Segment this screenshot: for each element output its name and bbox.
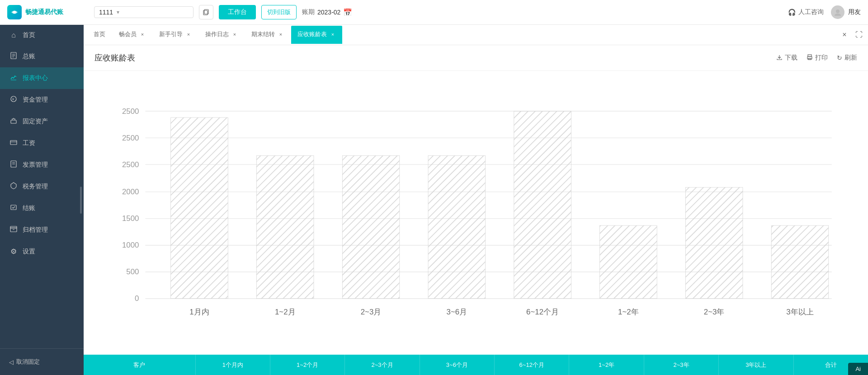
svg-point-3: [836, 9, 840, 13]
funds-icon: ¥: [9, 95, 18, 104]
sidebar-item-label: 报表中心: [23, 74, 48, 82]
sidebar-item-label: 资金管理: [23, 96, 48, 104]
tab-ar-aging[interactable]: 应收账龄表 ×: [291, 26, 342, 44]
col-label: 6~12个月: [519, 361, 544, 369]
tab-close-member[interactable]: ×: [139, 31, 146, 38]
tab-label: 畅会员: [119, 30, 137, 38]
chart-container: 2500 2500 2500 2000 1500 1000 500 0: [84, 71, 868, 355]
svg-rect-45: [342, 155, 400, 298]
svg-text:2500: 2500: [122, 134, 139, 142]
svg-point-0: [13, 11, 16, 14]
svg-rect-46: [428, 155, 486, 298]
tab-guide[interactable]: 新手引导 ×: [153, 26, 198, 44]
table-col-2-3y: 2~3年: [644, 355, 719, 375]
headset-icon: 🎧: [788, 9, 796, 16]
closing-icon: [9, 204, 18, 213]
copy-button[interactable]: [199, 5, 213, 19]
svg-rect-43: [171, 117, 228, 299]
sidebar-item-label: 工资: [23, 139, 35, 147]
tab-close-period-end[interactable]: ×: [278, 31, 284, 38]
table-col-6-12m: 6~12个月: [495, 355, 569, 375]
period-label: 账期: [302, 8, 315, 16]
ai-floating-badge[interactable]: Ai: [848, 363, 868, 375]
sidebar-item-salary[interactable]: 工资: [0, 132, 84, 154]
user-area[interactable]: 用友: [831, 5, 861, 19]
tab-label: 操作日志: [205, 30, 229, 38]
workbench-button[interactable]: 工作台: [219, 5, 256, 19]
cancel-fixed-button[interactable]: ◁ 取消固定: [0, 353, 84, 370]
svg-text:1~2年: 1~2年: [618, 308, 639, 316]
tab-home[interactable]: 首页: [87, 26, 112, 44]
sidebar-item-assets[interactable]: 固定资产: [0, 111, 84, 132]
sidebar-item-label: 设置: [23, 248, 35, 256]
print-icon: [807, 54, 813, 62]
sidebar-bottom: ◁ 取消固定: [0, 348, 84, 375]
svg-text:1000: 1000: [122, 241, 139, 249]
col-label: 客户: [133, 361, 145, 369]
consult-label: 人工咨询: [798, 8, 824, 16]
sidebar: ⌂ 首页 总账 报表中心: [0, 25, 84, 375]
tab-close-guide[interactable]: ×: [185, 31, 192, 38]
svg-rect-13: [10, 141, 17, 145]
svg-rect-11: [11, 120, 16, 123]
col-label: 2~3个月: [371, 361, 393, 369]
bar-chart: 2500 2500 2500 2000 1500 1000 500 0: [94, 78, 857, 347]
logo-text: 畅捷通易代账: [25, 8, 63, 16]
download-icon: [776, 54, 783, 62]
col-label: 1~2个月: [297, 361, 318, 369]
sidebar-item-settings[interactable]: ⚙ 设置: [0, 241, 84, 262]
user-name: 用友: [848, 8, 861, 16]
table-col-customer: 客户: [84, 355, 196, 375]
print-button[interactable]: 打印: [807, 54, 828, 62]
sidebar-item-home[interactable]: ⌂ 首页: [0, 25, 84, 46]
tab-log[interactable]: 操作日志 ×: [199, 26, 244, 44]
svg-text:6~12个月: 6~12个月: [526, 308, 559, 316]
tab-expand-button[interactable]: ⛶: [854, 29, 864, 40]
refresh-icon: ↻: [837, 54, 842, 61]
col-label: 2~3年: [673, 361, 689, 369]
tab-close-log[interactable]: ×: [231, 31, 238, 38]
svg-text:1~2月: 1~2月: [275, 308, 296, 316]
calendar-icon[interactable]: 📅: [343, 8, 352, 17]
col-label: 1~2年: [599, 361, 614, 369]
ai-label: Ai: [855, 366, 861, 372]
reports-icon: [9, 74, 18, 83]
switch-version-button[interactable]: 切到旧版: [261, 5, 297, 19]
svg-text:1月内: 1月内: [189, 308, 209, 316]
svg-text:2~3年: 2~3年: [704, 308, 725, 316]
download-button[interactable]: 下载: [776, 54, 797, 62]
tab-label: 应收账龄表: [297, 30, 327, 38]
svg-text:0: 0: [135, 294, 139, 303]
avatar: [831, 5, 844, 19]
refresh-button[interactable]: ↻ 刷新: [837, 54, 857, 62]
top-header: 畅捷通易代账 1111 ▾ 工作台 切到旧版 账期 2023-02 📅 🎧 人工…: [0, 0, 868, 25]
sidebar-item-tax[interactable]: 税务管理: [0, 176, 84, 197]
print-label: 打印: [815, 54, 828, 62]
svg-rect-48: [600, 225, 657, 299]
tab-member[interactable]: 畅会员 ×: [113, 26, 152, 44]
sidebar-item-ledger[interactable]: 总账: [0, 46, 84, 67]
period-area: 账期 2023-02 📅: [302, 8, 352, 17]
tab-close-ar-aging[interactable]: ×: [330, 31, 336, 38]
sidebar-item-funds[interactable]: ¥ 资金管理: [0, 89, 84, 111]
sidebar-item-archive[interactable]: 归档管理: [0, 219, 84, 241]
table-col-3y-plus: 3年以上: [719, 355, 793, 375]
tab-period-end[interactable]: 期末结转 ×: [245, 26, 290, 44]
company-selector[interactable]: 1111 ▾: [94, 6, 193, 18]
table-col-1-2y: 1~2年: [569, 355, 644, 375]
tab-close-all-button[interactable]: ×: [839, 29, 850, 40]
sidebar-item-closing[interactable]: 结账: [0, 197, 84, 219]
settings-icon: ⚙: [9, 247, 18, 256]
svg-rect-49: [685, 188, 743, 299]
chevron-down-icon: ▾: [117, 9, 119, 15]
col-label: 3~6个月: [446, 361, 468, 369]
page-header: 应收账龄表 下载: [84, 45, 868, 71]
assets-icon: [9, 117, 18, 126]
sidebar-item-invoice[interactable]: 发票管理: [0, 154, 84, 176]
tax-icon: [9, 182, 18, 191]
sidebar-item-reports[interactable]: 报表中心: [0, 67, 84, 89]
sidebar-item-label: 总账: [23, 52, 35, 61]
download-label: 下载: [785, 54, 797, 62]
consult-button[interactable]: 🎧 人工咨询: [788, 8, 824, 16]
svg-text:2000: 2000: [122, 188, 139, 196]
